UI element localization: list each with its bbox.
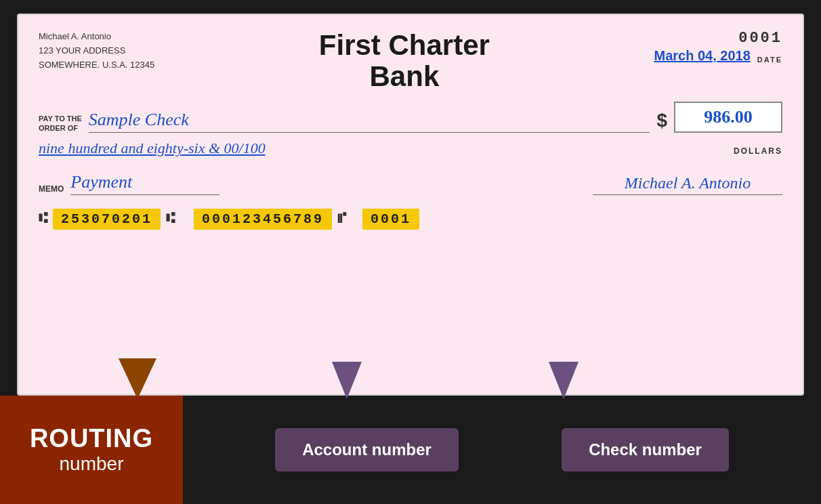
micr-close: ⑆ — [166, 211, 175, 228]
payee-line: Sample Check — [89, 110, 650, 133]
routing-sub: number — [60, 453, 124, 475]
routing-arrow — [119, 358, 156, 399]
micr-line: ⑆ 253070201 ⑆ 000123456789 ⑈ 0001 — [39, 209, 782, 230]
dollar-sign: $ — [656, 110, 667, 131]
payee-name: Sample Check — [89, 110, 189, 129]
check-name: Michael A. Antonio — [39, 31, 111, 41]
bottom-bar: ROUTING number Account number Check numb… — [0, 396, 821, 504]
written-amount-row: nine hundred and eighty-six & 00/100 DOL… — [39, 140, 782, 157]
routing-label-block: ROUTING number — [0, 396, 183, 504]
account-label: Account number — [275, 428, 459, 471]
bottom-labels-spacer: Account number Check number — [183, 428, 821, 471]
routing-number: 253070201 — [53, 209, 161, 230]
date-label: DATE — [757, 56, 782, 64]
signature-line: Michael A. Antonio — [593, 174, 782, 195]
memo-label: MEMO — [39, 184, 64, 194]
address-line2: SOMEWHERE. U.S.A. 12345 — [39, 60, 154, 70]
check-number-micr: 0001 — [362, 209, 419, 230]
signature-value: Michael A. Antonio — [625, 174, 751, 192]
check-number-top: 0001 — [654, 30, 782, 47]
memo-value: Payment — [70, 172, 132, 192]
amount-box: 986.00 — [674, 102, 782, 133]
check-label: Check number — [562, 428, 729, 471]
micr-dash: ⑈ — [337, 211, 346, 228]
pay-to-row: PAY TO THEORDER OF Sample Check $ 986.00 — [39, 102, 782, 133]
memo-section: MEMO Payment — [39, 172, 219, 195]
memo-row: MEMO Payment Michael A. Antonio — [39, 172, 782, 195]
address-line1: 123 YOUR ADDRESS — [39, 45, 125, 56]
check: Michael A. Antonio 123 YOUR ADDRESS SOME… — [17, 14, 804, 396]
written-amount: nine hundred and eighty-six & 00/100 — [39, 140, 266, 157]
check-number-arrow — [549, 362, 578, 399]
bank-name: First Charter Bank — [168, 30, 640, 92]
check-address: Michael A. Antonio 123 YOUR ADDRESS SOME… — [39, 30, 154, 72]
account-arrow — [332, 362, 362, 399]
micr-open: ⑆ — [39, 211, 47, 228]
date-value: March 04, 2018 — [654, 48, 751, 64]
pay-to-label: PAY TO THEORDER OF — [39, 114, 82, 133]
memo-line: Payment — [70, 172, 219, 195]
routing-title: ROUTING — [30, 425, 153, 453]
account-number: 000123456789 — [194, 209, 332, 230]
amount-value: 986.00 — [704, 107, 753, 127]
dollars-label: DOLLARS — [734, 146, 782, 156]
